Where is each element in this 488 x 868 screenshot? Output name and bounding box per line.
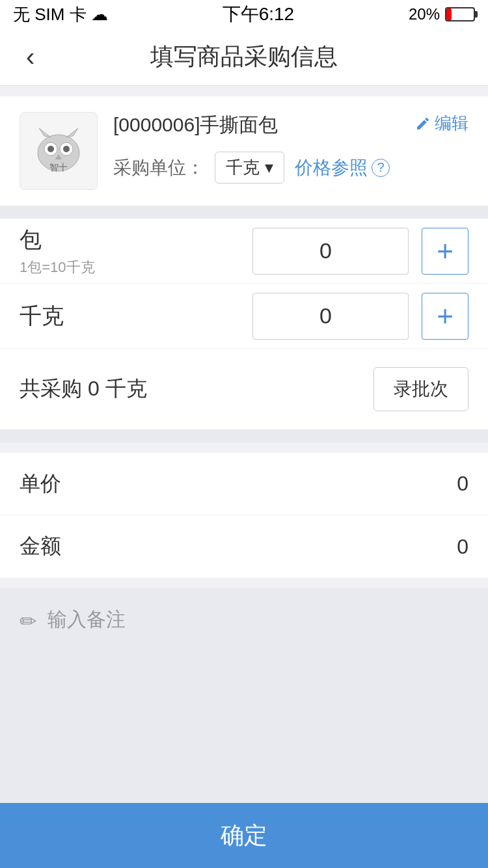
nav-bar: ‹ 填写商品采购信息 xyxy=(0,29,488,86)
price-section: 单价 0 金额 0 xyxy=(0,453,488,578)
confirm-label: 确定 xyxy=(221,820,267,852)
battery-icon xyxy=(445,7,475,21)
kg-input-row: 千克 + xyxy=(0,284,488,349)
summary-section: 共采购 0 千克 录批次 xyxy=(0,349,488,429)
edit-icon xyxy=(415,116,431,131)
product-name: [0000006]手撕面包 xyxy=(113,112,278,139)
price-ref-help-icon: ? xyxy=(372,159,390,177)
edit-button[interactable]: 编辑 xyxy=(415,112,468,135)
product-image: 智十 xyxy=(20,112,98,190)
unit-price-label: 单价 xyxy=(20,470,61,498)
price-ref-label: 价格参照 xyxy=(295,156,368,180)
page-title: 填写商品采购信息 xyxy=(150,41,338,73)
price-ref-button[interactable]: 价格参照 ? xyxy=(295,156,390,180)
amount-value: 0 xyxy=(457,535,468,559)
dropdown-arrow: ▾ xyxy=(265,157,273,178)
svg-text:智十: 智十 xyxy=(49,162,68,172)
battery-percent: 20% xyxy=(409,5,440,23)
sim-status: 无 SIM 卡 ☁ xyxy=(13,3,108,26)
unit-price-row: 单价 0 xyxy=(0,453,488,515)
unit-price-value: 0 xyxy=(457,472,468,496)
bag-label: 包 xyxy=(20,225,98,255)
bag-quantity-input[interactable] xyxy=(252,228,409,275)
product-card: 智十 [0000006]手撕面包 编辑 采购单位： 千克 ▾ xyxy=(0,96,488,206)
bag-sublabel: 1包=10千克 xyxy=(20,258,98,277)
battery-fill xyxy=(446,8,452,20)
kg-quantity-input[interactable] xyxy=(252,293,409,340)
batch-record-button[interactable]: 录批次 xyxy=(373,367,468,411)
kg-plus-button[interactable]: + xyxy=(422,293,468,340)
confirm-button[interactable]: 确定 xyxy=(0,803,488,868)
back-button[interactable]: ‹ xyxy=(20,36,41,78)
unit-dropdown[interactable]: 千克 ▾ xyxy=(215,152,284,183)
status-bar: 无 SIM 卡 ☁ 下午6:12 20% xyxy=(0,0,488,29)
status-time: 下午6:12 xyxy=(223,2,295,27)
purchase-unit-label: 采购单位： xyxy=(113,156,204,180)
bag-label-group: 包 1包=10千克 xyxy=(20,225,98,277)
svg-point-4 xyxy=(63,146,70,152)
amount-label: 金额 xyxy=(20,532,61,561)
kg-label: 千克 xyxy=(20,301,98,331)
purchase-unit: 采购单位： 千克 ▾ 价格参照 ? xyxy=(113,152,468,183)
svg-marker-7 xyxy=(66,128,78,137)
unit-value: 千克 xyxy=(226,156,260,179)
kg-input-right: + xyxy=(98,293,468,340)
product-logo: 智十 xyxy=(33,128,85,174)
edit-label: 编辑 xyxy=(435,112,468,135)
remark-placeholder: 输入备注 xyxy=(47,606,126,633)
status-right: 20% xyxy=(409,5,475,23)
bag-input-right: + xyxy=(98,228,468,275)
status-left: 无 SIM 卡 ☁ xyxy=(13,3,108,26)
product-info: [0000006]手撕面包 编辑 采购单位： 千克 ▾ 价格参照 ? xyxy=(113,112,468,183)
product-header: [0000006]手撕面包 编辑 xyxy=(113,112,468,139)
svg-point-3 xyxy=(47,146,54,152)
pencil-icon: ✏ xyxy=(20,609,37,634)
total-purchase-text: 共采购 0 千克 xyxy=(20,375,147,403)
input-section: 包 1包=10千克 + 千克 + xyxy=(0,219,488,349)
amount-row: 金额 0 xyxy=(0,515,488,578)
svg-marker-6 xyxy=(39,128,51,137)
summary-row: 共采购 0 千克 录批次 xyxy=(0,349,488,429)
kg-label-group: 千克 xyxy=(20,301,98,331)
divider-2 xyxy=(0,429,488,442)
bag-input-row: 包 1包=10千克 + xyxy=(0,219,488,284)
bag-plus-button[interactable]: + xyxy=(422,228,468,275)
divider-1 xyxy=(0,206,488,219)
